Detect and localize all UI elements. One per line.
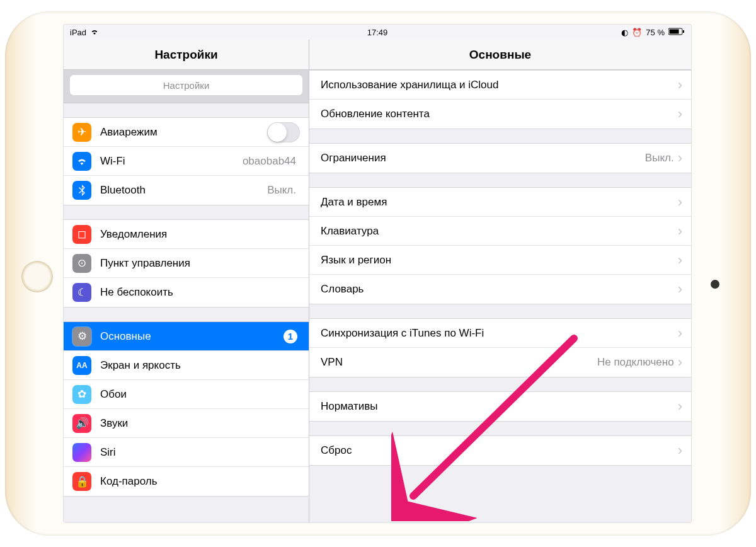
alarm-icon: ⏰ [632, 28, 642, 37]
row-label: Ограничения [321, 152, 645, 164]
detail-item-dictionary[interactable]: Словарь › [309, 275, 691, 304]
sidebar-item-airplane[interactable]: ✈ Авиарежим [64, 118, 309, 147]
dnd-icon: ◐ [621, 28, 628, 37]
detail-item-restrictions[interactable]: Ограничения Выкл. › [309, 144, 691, 173]
detail-group-sync: Синхронизация с iTunes по Wi-Fi › VPN Не… [309, 318, 691, 377]
sidebar-group-general: ⚙ Основные 1 AA Экран и яркость ✿ Обои 🔊 [64, 321, 309, 497]
row-label: Wi-Fi [100, 155, 243, 168]
chevron-right-icon: › [678, 77, 682, 93]
bluetooth-icon [72, 181, 91, 200]
sidebar-item-sounds[interactable]: 🔊 Звуки [64, 409, 309, 438]
sidebar-item-notifications[interactable]: ◻ Уведомления [64, 220, 309, 249]
sidebar-item-control-center[interactable]: ⊙ Пункт управления [64, 249, 309, 278]
chevron-right-icon: › [678, 442, 682, 459]
status-bar: iPad 17:49 ◐ ⏰ 75 % [64, 25, 691, 40]
search-wrap [64, 70, 309, 103]
chevron-right-icon: › [678, 194, 682, 210]
detail-pane: Основные Использование хранилища и iClou… [309, 40, 691, 522]
ipad-bezel: iPad 17:49 ◐ ⏰ 75 % Настройки [5, 11, 751, 536]
svg-rect-2 [683, 30, 684, 33]
row-label: Основные [100, 330, 284, 343]
detail-title: Основные [309, 40, 691, 70]
sidebar-item-wallpaper[interactable]: ✿ Обои [64, 380, 309, 409]
row-label: Синхронизация с iTunes по Wi-Fi [321, 327, 678, 340]
airplane-toggle[interactable] [267, 122, 300, 142]
vpn-value: Не подключено [597, 356, 674, 369]
siri-icon [72, 443, 91, 462]
device-label: iPad [70, 28, 86, 37]
chevron-right-icon: › [678, 150, 682, 166]
lock-icon: 🔒 [72, 472, 91, 491]
detail-item-storage[interactable]: Использование хранилища и iCloud › [309, 71, 691, 100]
row-label: Bluetooth [100, 184, 267, 197]
moon-icon: ☾ [72, 283, 91, 302]
chevron-right-icon: › [678, 106, 682, 122]
sidebar-item-passcode[interactable]: 🔒 Код-пароль [64, 467, 309, 496]
display-icon: AA [72, 356, 91, 375]
wifi-value: obaobab44 [243, 155, 296, 168]
home-button[interactable] [21, 261, 53, 292]
row-label: Код-пароль [100, 475, 300, 488]
control-center-icon: ⊙ [72, 254, 91, 273]
row-label: Язык и регион [321, 254, 678, 267]
sounds-icon: 🔊 [72, 414, 91, 433]
detail-group-datetime: Дата и время › Клавиатура › Язык и регио… [309, 187, 691, 304]
row-label: Дата и время [321, 196, 678, 209]
sidebar-group-alerts: ◻ Уведомления ⊙ Пункт управления ☾ Не бе… [64, 219, 309, 308]
row-label: Использование хранилища и iCloud [321, 79, 678, 91]
row-label: Клавиатура [321, 225, 678, 238]
detail-item-vpn[interactable]: VPN Не подключено › [309, 348, 691, 377]
detail-item-reset[interactable]: Сброс › [309, 436, 691, 465]
detail-group-restrictions: Ограничения Выкл. › [309, 143, 691, 173]
detail-item-language[interactable]: Язык и регион › [309, 246, 691, 275]
row-label: Звуки [100, 417, 300, 430]
detail-group-storage: Использование хранилища и iCloud › Обнов… [309, 70, 691, 129]
notifications-icon: ◻ [72, 225, 91, 244]
battery-icon [668, 28, 685, 37]
row-label: Авиарежим [100, 126, 267, 139]
settings-sidebar: Настройки ✈ Авиарежим Wi-Fi [64, 40, 309, 522]
row-label: Экран и яркость [100, 359, 300, 372]
svg-rect-1 [669, 29, 679, 33]
sidebar-title: Настройки [64, 40, 309, 70]
sidebar-item-display[interactable]: AA Экран и яркость [64, 351, 309, 380]
row-label: Siri [100, 446, 300, 459]
row-label: Сброс [321, 444, 678, 457]
search-input[interactable] [70, 75, 302, 95]
chevron-right-icon: › [678, 398, 682, 415]
gear-icon: ⚙ [72, 327, 91, 346]
sidebar-item-dnd[interactable]: ☾ Не беспокоить [64, 278, 309, 307]
wallpaper-icon: ✿ [72, 385, 91, 404]
clock: 17:49 [273, 28, 482, 37]
sidebar-item-general[interactable]: ⚙ Основные 1 [64, 322, 309, 351]
row-label: VPN [321, 356, 597, 369]
sidebar-item-wifi[interactable]: Wi-Fi obaobab44 [64, 147, 309, 176]
chevron-right-icon: › [678, 354, 682, 371]
bluetooth-value: Выкл. [267, 184, 296, 197]
chevron-right-icon: › [678, 281, 682, 297]
detail-group-reset: Сброс › [309, 435, 691, 466]
wifi-settings-icon [72, 152, 91, 171]
badge-count: 1 [284, 330, 297, 343]
detail-item-datetime[interactable]: Дата и время › [309, 188, 691, 217]
screen: iPad 17:49 ◐ ⏰ 75 % Настройки [63, 24, 692, 523]
wifi-icon [90, 28, 99, 37]
sidebar-item-siri[interactable]: Siri [64, 438, 309, 467]
row-label: Нормативы [321, 400, 678, 413]
detail-item-keyboard[interactable]: Клавиатура › [309, 217, 691, 246]
restrictions-value: Выкл. [645, 152, 674, 164]
row-label: Уведомления [100, 228, 300, 241]
camera-dot [711, 280, 719, 289]
detail-group-regulatory: Нормативы › [309, 391, 691, 422]
airplane-icon: ✈ [72, 123, 91, 142]
detail-item-regulatory[interactable]: Нормативы › [309, 392, 691, 421]
row-label: Не беспокоить [100, 286, 300, 299]
battery-pct: 75 % [646, 28, 665, 37]
sidebar-item-bluetooth[interactable]: Bluetooth Выкл. [64, 176, 309, 205]
row-label: Пункт управления [100, 257, 300, 270]
chevron-right-icon: › [678, 223, 682, 239]
row-label: Обновление контента [321, 108, 678, 120]
detail-item-content-update[interactable]: Обновление контента › [309, 100, 691, 129]
detail-item-itunes-sync[interactable]: Синхронизация с iTunes по Wi-Fi › [309, 319, 691, 348]
chevron-right-icon: › [678, 252, 682, 268]
